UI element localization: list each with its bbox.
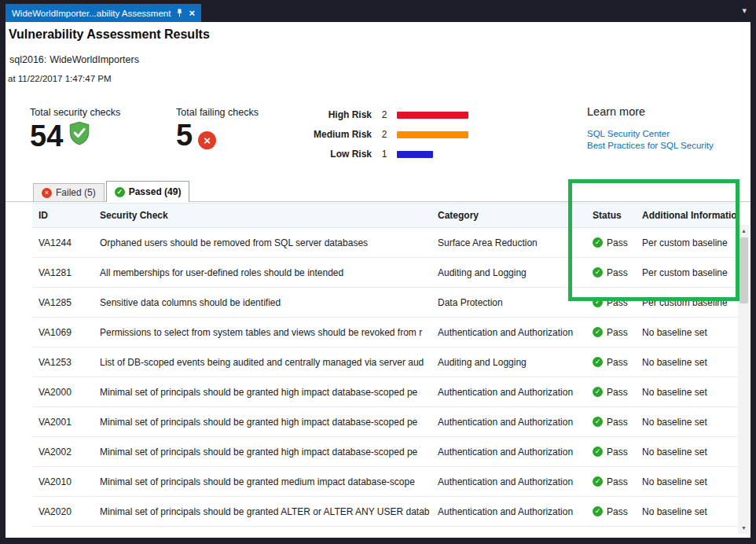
pass-status-icon: ✓ xyxy=(593,476,603,487)
cell-category: Authentication and Authorization xyxy=(431,506,586,517)
status-text: Pass xyxy=(607,357,628,368)
cell-security-check: Orphaned users should be removed from SQ… xyxy=(94,237,431,248)
cell-additional-information: No baseline set xyxy=(636,357,738,368)
scroll-down-button[interactable]: ▼ xyxy=(738,522,750,534)
cell-status: ✓Pass xyxy=(586,237,636,248)
cell-id: VA2020 xyxy=(32,506,94,517)
risk-bar xyxy=(397,151,433,158)
pass-status-icon: ✓ xyxy=(593,447,603,457)
failing-checks-value: 5 xyxy=(176,119,193,153)
status-text: Pass xyxy=(607,417,628,428)
risk-label: Medium Risk xyxy=(312,129,372,140)
scroll-thumb[interactable] xyxy=(739,237,748,303)
cell-status: ✓Pass xyxy=(586,447,636,458)
failed-tab-icon: × xyxy=(42,188,52,198)
cell-additional-information: No baseline set xyxy=(636,417,738,428)
cell-additional-information: Per custom baseline xyxy=(636,267,738,278)
cell-security-check: Minimal set of principals should be gran… xyxy=(94,476,431,487)
table-row[interactable]: VA2002Minimal set of principals should b… xyxy=(32,437,738,467)
cell-security-check: Minimal set of principals should be gran… xyxy=(94,387,431,398)
total-checks-label: Total security checks xyxy=(30,107,120,118)
cell-category: Authentication and Authorization xyxy=(431,387,586,398)
table-row[interactable]: VA1285Sensitive data columns should be i… xyxy=(32,288,738,318)
server-label: sql2016: xyxy=(9,54,46,65)
cell-id: VA1244 xyxy=(32,237,94,248)
chevron-down-icon[interactable]: ▾ xyxy=(742,6,747,16)
cell-security-check: Minimal set of principals should be gran… xyxy=(94,447,431,458)
risk-row: Low Risk1 xyxy=(312,148,468,160)
cell-id: VA1285 xyxy=(32,297,94,308)
cell-id: VA2000 xyxy=(32,387,94,398)
pass-status-icon: ✓ xyxy=(593,387,603,397)
risk-row: Medium Risk2 xyxy=(312,128,468,141)
column-header-category[interactable]: Category xyxy=(431,210,586,221)
document-tab[interactable]: WideWorldImporter...ability Assessment × xyxy=(6,4,201,22)
risk-label: High Risk xyxy=(312,109,372,120)
cell-status: ✓Pass xyxy=(586,357,636,368)
cell-category: Auditing and Logging xyxy=(431,267,586,278)
total-checks-metric: Total security checks 54 xyxy=(30,107,120,154)
close-icon[interactable]: × xyxy=(189,8,195,18)
results-table-body: VA1244Orphaned users should be removed f… xyxy=(32,228,738,527)
risk-row: High Risk2 xyxy=(312,108,468,121)
cell-id: VA2002 xyxy=(32,447,94,458)
link-sql-security-center[interactable]: SQL Security Center xyxy=(587,128,714,140)
table-row[interactable]: VA1253List of DB-scoped events being aud… xyxy=(32,347,738,377)
cell-additional-information: No baseline set xyxy=(636,476,738,487)
database-name: WideWorldImporters xyxy=(50,54,139,65)
page-title: Vulnerability Assessment Results xyxy=(9,28,210,42)
scroll-up-button[interactable]: ▲ xyxy=(738,225,750,237)
pass-status-icon: ✓ xyxy=(593,417,603,427)
table-row[interactable]: VA2020Minimal set of principals should b… xyxy=(32,497,738,527)
pin-icon[interactable] xyxy=(176,9,183,17)
total-checks-value: 54 xyxy=(30,119,63,154)
pass-status-icon: ✓ xyxy=(593,267,603,278)
cell-category: Authentication and Authorization xyxy=(431,417,586,428)
results-tabstrip: × Failed (5) ✓ Passed (49) xyxy=(6,181,750,202)
column-header-status[interactable]: Status xyxy=(586,210,636,221)
cell-category: Authentication and Authorization xyxy=(431,447,586,458)
failed-tab-label: Failed (5) xyxy=(56,187,96,198)
learn-more-title: Learn more xyxy=(587,105,714,118)
cell-category: Surface Area Reduction xyxy=(431,237,586,248)
column-header-additional-information[interactable]: Additional Information xyxy=(636,210,738,221)
column-header-id[interactable]: ID xyxy=(32,210,94,221)
table-row[interactable]: VA1069Permissions to select from system … xyxy=(32,318,738,347)
table-row[interactable]: VA1281All memberships for user-defined r… xyxy=(32,258,738,288)
cell-security-check: All memberships for user-defined roles s… xyxy=(94,267,431,278)
cell-id: VA1253 xyxy=(32,357,94,368)
table-row[interactable]: VA1244Orphaned users should be removed f… xyxy=(32,228,738,258)
status-text: Pass xyxy=(607,506,628,517)
table-row[interactable]: VA2001Minimal set of principals should b… xyxy=(32,407,738,437)
cell-security-check: Minimal set of principals should be gran… xyxy=(94,506,431,517)
cell-id: VA1281 xyxy=(32,267,94,278)
column-header-security-check[interactable]: Security Check xyxy=(94,210,431,221)
failing-checks-label: Total failing checks xyxy=(176,107,259,118)
cell-additional-information: No baseline set xyxy=(636,447,738,458)
tab-passed[interactable]: ✓ Passed (49) xyxy=(106,181,190,202)
vertical-scrollbar[interactable]: ▲ ▼ xyxy=(738,225,750,534)
risk-bar xyxy=(397,131,468,138)
failing-checks-metric: Total failing checks 5 × xyxy=(176,107,259,153)
status-text: Pass xyxy=(607,237,628,248)
cell-status: ✓Pass xyxy=(586,297,636,308)
cell-category: Authentication and Authorization xyxy=(431,327,586,338)
table-row[interactable]: VA2000Minimal set of principals should b… xyxy=(32,377,738,407)
link-best-practices[interactable]: Best Practices for SQL Security xyxy=(587,140,714,152)
report-content: Vulnerability Assessment Results sql2016… xyxy=(6,22,750,538)
status-text: Pass xyxy=(607,327,628,338)
results-table-header: ID Security Check Category Status Additi… xyxy=(32,203,738,228)
pass-status-icon: ✓ xyxy=(593,237,603,248)
cell-category: Authentication and Authorization xyxy=(431,476,586,487)
scan-timestamp: at 11/22/2017 1:47:47 PM xyxy=(8,74,112,83)
cell-additional-information: Per custom baseline xyxy=(636,237,738,248)
tab-failed[interactable]: × Failed (5) xyxy=(33,183,105,201)
cell-status: ✓Pass xyxy=(586,387,636,398)
cell-id: VA2010 xyxy=(32,476,94,487)
cell-status: ✓Pass xyxy=(586,327,636,338)
status-text: Pass xyxy=(607,267,628,278)
learn-more-panel: Learn more SQL Security Center Best Prac… xyxy=(587,105,714,152)
fail-x-icon: × xyxy=(198,131,216,149)
risk-value: 1 xyxy=(372,149,397,160)
table-row[interactable]: VA2010Minimal set of principals should b… xyxy=(32,467,738,497)
